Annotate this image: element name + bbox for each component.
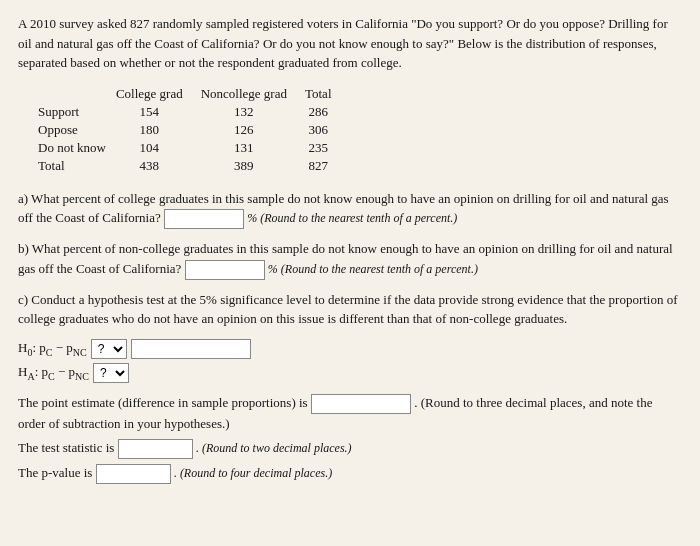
point-estimate-text: The point estimate (difference in sample… [18, 395, 308, 410]
null-h-sub: 0 [27, 346, 32, 357]
table-label-oppose: Oppose [38, 121, 116, 139]
null-hypothesis-label: H0: pC − pNC [18, 340, 87, 358]
table-cell-total-noncollege: 389 [201, 157, 305, 175]
p-value-block: The p-value is . (Round to four decimal … [18, 463, 682, 484]
table-cell-donotknow-college: 104 [116, 139, 201, 157]
test-statistic-input[interactable] [118, 439, 193, 459]
alt-hypothesis-select[interactable]: ? = ≠ < > [93, 363, 129, 383]
question-a: a) What percent of college graduates in … [18, 189, 682, 230]
test-statistic-text: The test statistic is [18, 440, 114, 455]
question-b: b) What percent of non-college graduates… [18, 239, 682, 280]
alt-pnc-sub: NC [75, 370, 89, 381]
table-label-total: Total [38, 157, 116, 175]
null-pnc-sub: NC [73, 346, 87, 357]
null-pc-sub: C [46, 346, 53, 357]
table-cell-oppose-noncollege: 126 [201, 121, 305, 139]
table-cell-oppose-college: 180 [116, 121, 201, 139]
table-cell-donotknow-noncollege: 131 [201, 139, 305, 157]
question-b-hint: % (Round to the nearest tenth of a perce… [268, 262, 478, 276]
p-value-text: The p-value is [18, 465, 92, 480]
null-hypothesis-input[interactable] [131, 339, 251, 359]
table-cell-total-college: 438 [116, 157, 201, 175]
table-row-total: Total 438 389 827 [38, 157, 350, 175]
alt-ha-sub: A [27, 370, 34, 381]
p-value-input[interactable] [96, 464, 171, 484]
table-label-donotknow: Do not know [38, 139, 116, 157]
hypothesis-block: H0: pC − pNC ? = ≠ < > HA: pC − pNC ? = … [18, 339, 682, 383]
intro-text: A 2010 survey asked 827 randomly sampled… [18, 14, 682, 73]
null-hypothesis-row: H0: pC − pNC ? = ≠ < > [18, 339, 682, 359]
p-value-hint: . (Round to four decimal places.) [174, 466, 332, 480]
table-header-total: Total [305, 85, 350, 103]
table-header-college: College grad [116, 85, 201, 103]
question-c-text: c) Conduct a hypothesis test at the 5% s… [18, 292, 678, 327]
table-label-support: Support [38, 103, 116, 121]
table-cell-support-total: 286 [305, 103, 350, 121]
alt-hypothesis-label: HA: pC − pNC [18, 364, 89, 382]
table-row-donotknow: Do not know 104 131 235 [38, 139, 350, 157]
table-header-empty [38, 85, 116, 103]
question-a-hint: % (Round to the nearest tenth of a perce… [247, 211, 457, 225]
question-c: c) Conduct a hypothesis test at the 5% s… [18, 290, 682, 329]
table-cell-support-college: 154 [116, 103, 201, 121]
question-a-input[interactable] [164, 209, 244, 229]
point-estimate-block: The point estimate (difference in sample… [18, 393, 682, 435]
test-statistic-block: The test statistic is . (Round to two de… [18, 438, 682, 459]
alt-pc-sub: C [48, 370, 55, 381]
table-cell-oppose-total: 306 [305, 121, 350, 139]
null-hypothesis-select[interactable]: ? = ≠ < > [91, 339, 127, 359]
data-table: College grad Noncollege grad Total Suppo… [38, 85, 350, 175]
point-estimate-input[interactable] [311, 394, 411, 414]
alt-hypothesis-row: HA: pC − pNC ? = ≠ < > [18, 363, 682, 383]
table-header-noncollege: Noncollege grad [201, 85, 305, 103]
table-cell-total-total: 827 [305, 157, 350, 175]
test-statistic-hint: . (Round to two decimal places.) [196, 441, 352, 455]
question-b-input[interactable] [185, 260, 265, 280]
table-row-oppose: Oppose 180 126 306 [38, 121, 350, 139]
table-cell-donotknow-total: 235 [305, 139, 350, 157]
table-cell-support-noncollege: 132 [201, 103, 305, 121]
table-row-support: Support 154 132 286 [38, 103, 350, 121]
